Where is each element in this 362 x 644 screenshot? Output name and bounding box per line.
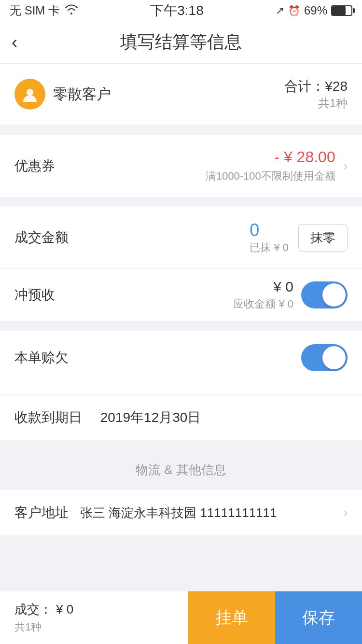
amount-label: 成交金额 xyxy=(14,228,82,247)
total-amount: 合计：¥28 xyxy=(284,77,348,96)
customer-total: 合计：¥28 共1种 xyxy=(284,77,348,111)
location-icon: ↗ xyxy=(276,4,284,17)
round-button[interactable]: 抹零 xyxy=(298,224,348,252)
amount-section: 成交金额 0 已抹 ¥ 0 抹零 冲预收 ¥ 0 应收金额 ¥ 0 xyxy=(0,207,362,321)
address-value: 张三 海淀永丰科技园 11111111111 xyxy=(80,504,335,521)
customer-section: 零散客户 合计：¥28 共1种 xyxy=(0,64,362,125)
alarm-icon: ⏰ xyxy=(288,5,300,16)
due-date-label: 收款到期日 xyxy=(14,410,82,425)
logistics-line-right xyxy=(236,470,348,470)
prepay-amount: ¥ 0 xyxy=(233,279,293,295)
customer-left: 零散客户 xyxy=(14,79,111,110)
amount-sub: 已抹 ¥ 0 xyxy=(250,240,289,255)
deal-label: 成交： xyxy=(14,601,52,618)
address-chevron-icon: › xyxy=(343,505,348,520)
amount-value: 0 xyxy=(250,220,289,240)
page-title: 填写结算等信息 xyxy=(120,30,242,54)
prepay-right: ¥ 0 应收金额 ¥ 0 xyxy=(233,279,348,311)
battery-icon xyxy=(331,5,352,16)
coupon-section[interactable]: 优惠券 - ¥ 28.00 满1000-100不限制使用金额 › xyxy=(0,134,362,197)
coupon-discount: - ¥ 28.00 xyxy=(206,148,335,166)
status-right: ↗ ⏰ 69% xyxy=(276,4,352,17)
avatar xyxy=(14,79,45,110)
address-label: 客户地址 xyxy=(14,504,72,522)
due-date-value: 2019年12月30日 xyxy=(100,410,201,425)
item-count: 共1种 xyxy=(284,96,348,111)
deal-amount: ¥ 0 xyxy=(56,602,73,617)
toggle-knob xyxy=(322,283,346,307)
wifi-icon xyxy=(65,4,78,17)
customer-name: 零散客户 xyxy=(53,84,111,104)
prepay-toggle[interactable] xyxy=(301,281,348,308)
prepay-values: ¥ 0 应收金额 ¥ 0 xyxy=(233,279,293,311)
status-bar: 无 SIM 卡 下午3:18 ↗ ⏰ 69% xyxy=(0,0,362,21)
bottom-info: 成交： ¥ 0 共1种 xyxy=(0,601,188,634)
address-section[interactable]: 客户地址 张三 海淀永丰科技园 11111111111 › xyxy=(0,490,362,535)
save-button[interactable]: 保存 xyxy=(275,591,362,644)
coupon-right: - ¥ 28.00 满1000-100不限制使用金额 › xyxy=(206,148,348,183)
coupon-label: 优惠券 xyxy=(14,157,82,175)
amount-right: 0 已抹 ¥ 0 抹零 xyxy=(250,220,348,255)
bottom-bar: 成交： ¥ 0 共1种 挂单 保存 xyxy=(0,591,362,644)
prepay-label: 冲预收 xyxy=(14,286,82,304)
prepay-row: 冲预收 ¥ 0 应收金额 ¥ 0 xyxy=(0,268,362,321)
customer-row: 零散客户 合计：¥28 共1种 xyxy=(0,64,362,125)
debt-toggle[interactable] xyxy=(301,344,348,371)
content: 零散客户 合计：¥28 共1种 优惠券 - ¥ 28.00 满1000-100不… xyxy=(0,64,362,603)
nav-bar: ‹ 填写结算等信息 xyxy=(0,21,362,64)
debt-toggle-knob xyxy=(322,346,346,369)
bottom-count: 共1种 xyxy=(14,620,174,634)
debt-label: 本单赊欠 xyxy=(14,349,69,367)
status-left: 无 SIM 卡 xyxy=(10,3,78,18)
carrier-text: 无 SIM 卡 xyxy=(10,3,60,18)
due-date-row: 收款到期日 2019年12月30日 xyxy=(0,394,362,440)
battery-text: 69% xyxy=(304,4,327,17)
logistics-header: 物流 & 其他信息 xyxy=(0,450,362,490)
time-text: 下午3:18 xyxy=(150,1,204,20)
chevron-right-icon: › xyxy=(343,158,348,174)
bottom-deal-row: 成交： ¥ 0 xyxy=(14,601,174,618)
back-button[interactable]: ‹ xyxy=(12,32,17,53)
debt-section: 本单赊欠 收款到期日 2019年12月30日 xyxy=(0,331,362,440)
svg-point-0 xyxy=(27,89,33,96)
prepay-sub: 应收金额 ¥ 0 xyxy=(233,297,293,311)
logistics-line-left xyxy=(14,470,126,470)
coupon-row[interactable]: 优惠券 - ¥ 28.00 满1000-100不限制使用金额 › xyxy=(0,134,362,197)
debt-row: 本单赊欠 xyxy=(0,331,362,385)
amount-row: 成交金额 0 已抹 ¥ 0 抹零 xyxy=(0,207,362,268)
logistics-title: 物流 & 其他信息 xyxy=(136,462,226,478)
coupon-description: 满1000-100不限制使用金额 xyxy=(206,169,335,183)
address-row[interactable]: 客户地址 张三 海淀永丰科技园 11111111111 › xyxy=(0,490,362,535)
hold-button[interactable]: 挂单 xyxy=(188,591,275,644)
